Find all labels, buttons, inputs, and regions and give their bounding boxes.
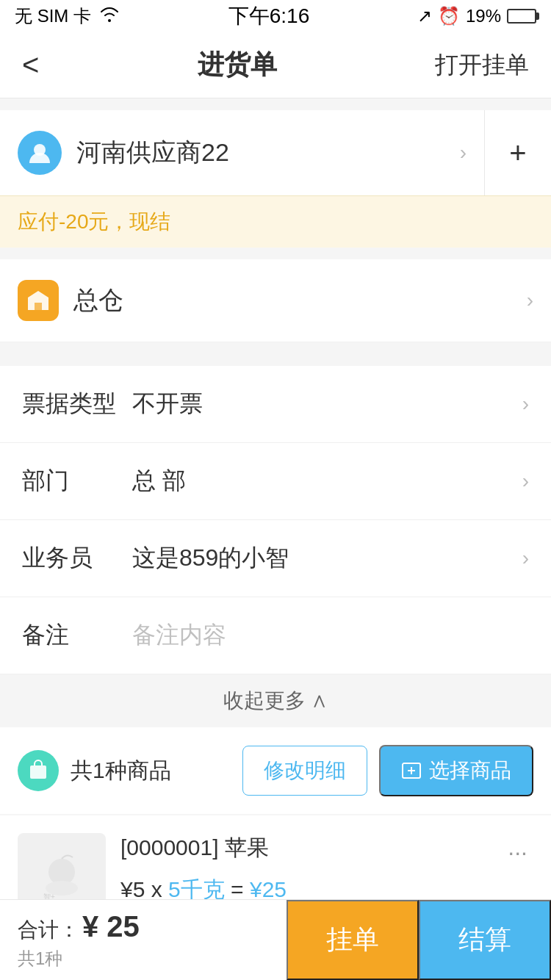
status-left: 无 SIM 卡 — [15, 4, 120, 28]
department-row[interactable]: 部门 总 部 › — [0, 443, 551, 520]
salesperson-chevron-icon: › — [522, 547, 529, 570]
section-gap-2 — [0, 248, 551, 259]
total-label: 合计： — [18, 916, 79, 944]
supplier-section: 河南供应商22 › + — [0, 110, 551, 195]
alarm-icon: ⏰ — [438, 6, 460, 26]
nav-bar: < 进货单 打开挂单 — [0, 32, 551, 98]
warehouse-name: 总仓 — [73, 284, 519, 317]
invoice-type-value: 不开票 — [118, 388, 515, 420]
svg-rect-2 — [30, 765, 46, 779]
location-icon: ↗ — [417, 6, 432, 26]
salesperson-row[interactable]: 业务员 这是859的小智 › — [0, 520, 551, 597]
invoice-type-chevron-icon: › — [522, 392, 529, 416]
wifi-icon — [98, 6, 120, 26]
select-product-label: 选择商品 — [429, 757, 511, 785]
products-count: 共1种商品 — [71, 756, 231, 786]
supplier-chevron-icon: › — [460, 141, 467, 165]
warehouse-row[interactable]: 总仓 › — [0, 259, 551, 342]
remark-row[interactable]: 备注 备注内容 — [0, 597, 551, 674]
select-product-button[interactable]: 选择商品 — [379, 745, 533, 796]
total-section: 合计： ¥ 25 共1种 — [0, 900, 287, 980]
department-label: 部门 — [22, 465, 118, 497]
invoice-type-row[interactable]: 票据类型 不开票 › — [0, 366, 551, 443]
bottom-bar: 合计： ¥ 25 共1种 挂单 结算 — [0, 899, 551, 980]
warehouse-chevron-icon: › — [527, 289, 533, 312]
supplier-avatar — [18, 131, 62, 175]
svg-rect-1 — [35, 303, 42, 310]
remark-label: 备注 — [22, 619, 118, 652]
open-suspend-button[interactable]: 打开挂单 — [435, 49, 529, 82]
products-icon — [18, 750, 59, 791]
total-count: 共1种 — [18, 947, 269, 970]
warehouse-icon — [18, 280, 59, 321]
salesperson-value: 这是859的小智 — [118, 542, 515, 574]
status-bar: 无 SIM 卡 下午6:16 ↗ ⏰ 19% — [0, 0, 551, 32]
salesperson-label: 业务员 — [22, 542, 118, 574]
invoice-type-label: 票据类型 — [22, 388, 118, 420]
products-header: 共1种商品 修改明细 选择商品 — [0, 727, 551, 814]
department-chevron-icon: › — [522, 469, 529, 493]
checkout-button[interactable]: 结算 — [419, 900, 551, 980]
back-button[interactable]: < — [22, 48, 39, 82]
supplier-selector[interactable]: 河南供应商22 › — [0, 110, 485, 195]
form-section: 票据类型 不开票 › 部门 总 部 › 业务员 这是859的小智 › 备注 备注… — [0, 366, 551, 674]
product-more-button[interactable]: ··· — [502, 833, 533, 872]
status-time: 下午6:16 — [228, 2, 310, 30]
status-right: ↗ ⏰ 19% — [417, 6, 536, 26]
info-text: 应付-20元，现结 — [18, 210, 170, 233]
suspend-button[interactable]: 挂单 — [287, 900, 419, 980]
section-gap-3 — [0, 342, 551, 354]
carrier-text: 无 SIM 卡 — [15, 4, 91, 28]
department-value: 总 部 — [118, 465, 515, 497]
info-banner: 应付-20元，现结 — [0, 195, 551, 248]
total-amount: ¥ 25 — [82, 910, 140, 943]
collapse-text: 收起更多 ∧ — [223, 687, 328, 715]
add-supplier-button[interactable]: + — [485, 110, 551, 195]
product-name: [0000001] 苹果 — [120, 833, 487, 863]
collapse-bar[interactable]: 收起更多 ∧ — [0, 674, 551, 727]
product-info: [0000001] 苹果 ¥5 x 5千克 = ¥25 — [120, 833, 487, 905]
battery-percent: 19% — [466, 6, 501, 26]
supplier-name: 河南供应商22 — [76, 136, 453, 170]
section-gap-1 — [0, 98, 551, 110]
battery-icon — [507, 9, 536, 24]
modify-detail-button[interactable]: 修改明细 — [242, 746, 367, 796]
remark-input[interactable]: 备注内容 — [118, 619, 529, 652]
page-title: 进货单 — [198, 47, 277, 83]
